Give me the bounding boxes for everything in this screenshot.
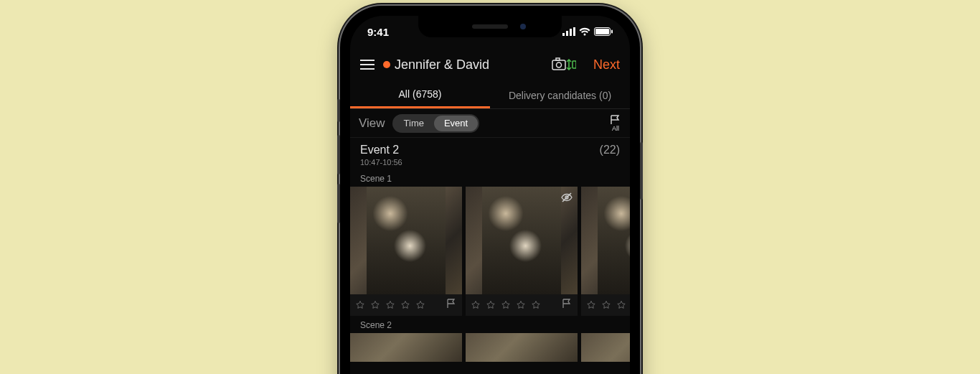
star-icon[interactable] <box>416 301 425 309</box>
status-dot-icon <box>383 61 390 68</box>
star-icon[interactable] <box>401 301 410 309</box>
flag-filter-button[interactable]: All <box>610 115 621 132</box>
star-icon[interactable] <box>587 301 595 309</box>
scene-1-thumbs <box>350 187 630 316</box>
view-row: View Time Event All <box>350 109 630 138</box>
phone-screen: 9:41 Jennifer & David <box>350 16 630 374</box>
photo-card[interactable] <box>581 333 630 362</box>
side-button <box>337 99 340 122</box>
star-icon[interactable] <box>517 301 525 309</box>
photo-thumbnail[interactable] <box>581 333 630 362</box>
view-segment: Time Event <box>392 114 480 133</box>
svg-rect-5 <box>595 29 609 34</box>
menu-icon[interactable] <box>360 60 374 70</box>
photo-rating-row <box>581 294 630 316</box>
event-header: Event 2 10:47-10:56 (22) <box>350 138 630 169</box>
tab-all[interactable]: All (6758) <box>350 82 490 108</box>
photo-card[interactable] <box>466 333 578 362</box>
flag-button[interactable] <box>562 299 572 312</box>
scene-label: Scene 1 <box>350 169 630 187</box>
svg-rect-1 <box>566 31 568 36</box>
svg-rect-3 <box>573 27 575 36</box>
view-label: View <box>359 116 385 131</box>
project-title: Jennifer & David <box>395 57 489 73</box>
next-button[interactable]: Next <box>593 57 620 73</box>
tabs: All (6758) Delivery candidates (0) <box>350 82 630 109</box>
battery-icon <box>594 27 613 36</box>
star-icon[interactable] <box>371 301 380 309</box>
photo-thumbnail[interactable] <box>466 187 578 294</box>
phone-frame: 9:41 Jennifer & David <box>340 6 640 374</box>
event-count: (22) <box>600 144 620 156</box>
app-nav: Jennifer & David Next <box>350 47 630 82</box>
notch <box>418 16 562 37</box>
star-icon[interactable] <box>602 301 611 309</box>
flag-icon <box>446 299 456 309</box>
svg-rect-7 <box>552 60 565 70</box>
side-button <box>337 135 340 174</box>
scene-2-thumbs <box>350 333 630 362</box>
flag-icon <box>562 299 572 309</box>
star-icon[interactable] <box>471 301 480 309</box>
flag-button[interactable] <box>446 299 456 312</box>
side-button <box>337 184 340 223</box>
svg-rect-6 <box>611 30 613 34</box>
cellular-icon <box>562 27 575 36</box>
star-icon[interactable] <box>617 301 626 309</box>
photo-thumbnail[interactable] <box>350 333 462 362</box>
photo-rating-row <box>466 294 578 316</box>
svg-point-8 <box>556 62 561 67</box>
event-time: 10:47-10:56 <box>360 158 402 167</box>
speaker <box>472 24 508 29</box>
hidden-icon <box>560 191 573 207</box>
photo-card[interactable] <box>350 333 462 362</box>
star-icon[interactable] <box>356 301 364 309</box>
segment-event[interactable]: Event <box>434 116 478 131</box>
flag-icon <box>610 115 621 125</box>
photo-card[interactable] <box>350 187 462 316</box>
photo-rating-row <box>350 294 462 316</box>
star-icon[interactable] <box>501 301 510 309</box>
star-icon[interactable] <box>532 301 540 309</box>
side-button <box>640 142 643 200</box>
photo-thumbnail[interactable] <box>581 187 630 294</box>
page-title: Jennifer & David <box>383 57 543 73</box>
photo-card[interactable] <box>581 187 630 316</box>
svg-rect-10 <box>573 61 576 68</box>
camera-sync-icon[interactable] <box>552 57 576 73</box>
front-camera <box>520 24 526 29</box>
status-time: 9:41 <box>367 26 389 38</box>
star-icon[interactable] <box>386 301 395 309</box>
segment-time[interactable]: Time <box>394 116 434 131</box>
svg-rect-2 <box>570 29 572 36</box>
scene-label: Scene 2 <box>350 316 630 333</box>
wifi-icon <box>579 27 590 36</box>
event-name: Event 2 <box>360 144 402 156</box>
star-icon[interactable] <box>486 301 495 309</box>
status-icons <box>562 27 613 36</box>
tab-delivery[interactable]: Delivery candidates (0) <box>490 82 630 108</box>
photo-card[interactable] <box>466 187 578 316</box>
photo-thumbnail[interactable] <box>466 333 578 362</box>
photo-thumbnail[interactable] <box>350 187 462 294</box>
svg-rect-9 <box>556 58 560 60</box>
svg-rect-0 <box>562 33 565 36</box>
flag-filter-label: All <box>612 125 619 132</box>
